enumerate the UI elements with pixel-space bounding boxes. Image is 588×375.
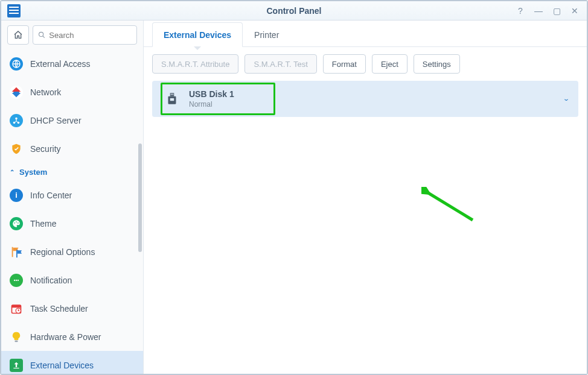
sidebar-item-dhcp[interactable]: DHCP Server [1,106,143,134]
window-body: External Access Network DHCP Server [1,20,587,374]
device-status: Normal [189,100,234,109]
window-controls: ? — ▢ ✕ [516,7,587,15]
tab-label: Printer [254,30,279,40]
sidebar-item-label: External Access [30,59,91,69]
svg-point-6 [14,222,15,223]
sidebar-group-system[interactable]: ⌃ System [1,163,143,181]
svg-point-8 [18,222,19,223]
palette-icon [10,217,23,230]
chat-icon [10,274,23,287]
svg-line-1 [43,36,45,38]
sidebar-item-label: Info Center [30,191,72,200]
svg-rect-15 [12,305,21,307]
minimize-icon[interactable]: — [534,7,543,15]
annotation-arrow [421,187,476,223]
globe-icon [10,57,23,71]
annotation-highlight: USB Disk 1 Normal [161,83,275,115]
sidebar-group-label: System [19,168,47,177]
flags-icon [10,245,23,259]
sidebar-item-label: Network [30,87,61,97]
sidebar-item-task-scheduler[interactable]: Task Scheduler [1,294,143,323]
sidebar-item-label: External Devices [30,361,94,370]
home-button[interactable] [7,25,29,45]
sidebar: External Access Network DHCP Server [1,20,144,374]
usb-disk-icon [164,90,181,107]
smart-attribute-button[interactable]: S.M.A.R.T. Attribute [152,54,238,74]
svg-point-12 [16,279,17,280]
svg-rect-17 [15,340,18,342]
sidebar-item-notification[interactable]: Notification [1,266,143,294]
dhcp-icon [10,114,23,127]
format-button[interactable]: Format [323,54,366,74]
external-device-icon [10,359,23,372]
search-input[interactable] [49,31,132,40]
bulb-icon [10,330,23,344]
smart-test-button[interactable]: S.M.A.R.T. Test [244,54,316,74]
toolbar: S.M.A.R.T. Attribute S.M.A.R.T. Test For… [144,47,587,81]
device-name: USB Disk 1 [189,89,234,99]
shield-icon [10,142,23,156]
calendar-icon [10,302,23,315]
help-icon[interactable]: ? [516,7,525,15]
chevron-down-icon[interactable]: ⌄ [563,95,570,102]
svg-rect-18 [13,368,19,368]
titlebar: Control Panel ? — ▢ ✕ [1,1,587,20]
svg-point-0 [39,32,43,36]
device-row[interactable]: USB Disk 1 Normal ⌄ [152,81,578,117]
search-box[interactable] [33,25,137,45]
svg-point-13 [18,279,19,280]
nav-list: External Access Network DHCP Server [1,49,143,374]
sidebar-item-regional[interactable]: Regional Options [1,238,143,266]
info-icon: i [10,189,23,202]
search-icon [38,31,45,39]
sidebar-item-label: Hardware & Power [30,332,101,342]
search-row [1,25,143,49]
svg-point-11 [14,279,15,280]
main-panel: External Devices Printer S.M.A.R.T. Attr… [144,20,587,374]
sidebar-scrollbar[interactable] [138,143,142,252]
sidebar-item-label: Security [30,144,61,154]
tab-printer[interactable]: Printer [243,22,290,46]
sidebar-item-external-devices[interactable]: External Devices [1,351,143,374]
device-texts: USB Disk 1 Normal [189,89,234,109]
sidebar-item-external-access[interactable]: External Access [1,49,143,78]
svg-rect-23 [170,98,174,101]
svg-rect-10 [16,250,18,257]
window-title: Control Panel [1,6,587,16]
sidebar-item-security[interactable]: Security [1,134,143,163]
tab-external-devices[interactable]: External Devices [152,22,243,47]
maximize-icon[interactable]: ▢ [552,7,561,15]
home-icon [13,30,23,40]
close-icon[interactable]: ✕ [570,7,580,15]
svg-rect-9 [12,247,13,257]
sidebar-item-network[interactable]: Network [1,78,143,106]
svg-point-7 [16,221,17,222]
app-icon [7,4,21,17]
settings-button[interactable]: Settings [414,54,460,74]
svg-rect-22 [173,93,174,95]
tab-label: External Devices [164,30,231,40]
sidebar-item-label: Regional Options [30,247,95,257]
control-panel-window: Control Panel ? — ▢ ✕ [0,0,588,375]
sidebar-item-label: DHCP Server [30,116,81,125]
svg-rect-20 [170,93,174,96]
svg-point-5 [18,121,20,124]
sidebar-item-theme[interactable]: Theme [1,209,143,238]
chevron-up-icon: ⌃ [10,169,14,175]
svg-rect-21 [171,93,172,95]
eject-button[interactable]: Eject [372,54,407,74]
tab-bar: External Devices Printer [144,20,587,47]
sidebar-item-label: Theme [30,219,57,228]
network-icon [10,86,23,99]
sidebar-item-info-center[interactable]: i Info Center [1,181,143,209]
svg-point-4 [13,121,16,124]
svg-line-24 [426,192,473,220]
sidebar-item-label: Notification [30,276,72,285]
device-list: USB Disk 1 Normal ⌄ [144,81,587,117]
sidebar-item-hardware[interactable]: Hardware & Power [1,323,143,351]
sidebar-item-label: Task Scheduler [30,304,88,314]
